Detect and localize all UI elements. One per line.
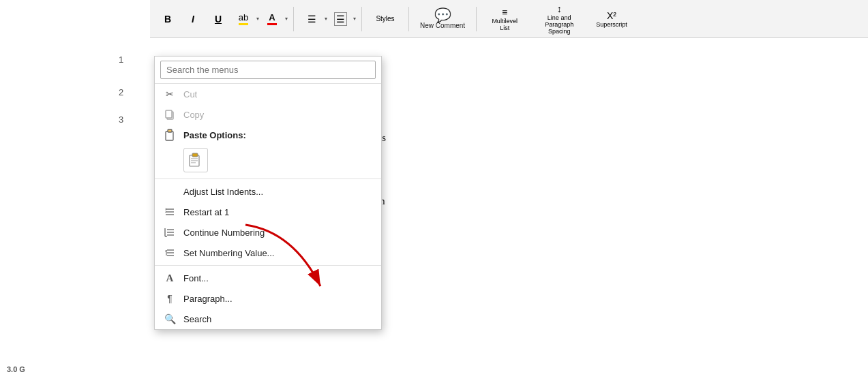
svg-rect-8 xyxy=(191,162,196,164)
font-color-dropdown[interactable]: ▾ xyxy=(285,16,288,22)
copy-menu-item[interactable]: Copy xyxy=(155,104,381,125)
styles-button[interactable]: Styles xyxy=(368,4,403,34)
styles-label: Styles xyxy=(376,15,394,22)
page-number-1: 1 xyxy=(119,55,123,65)
bullets-dropdown[interactable]: ▾ xyxy=(325,16,327,22)
line-spacing-button[interactable]: ↕ Line and Paragraph Spacing xyxy=(530,4,588,34)
highlight-button[interactable]: ab xyxy=(231,4,256,34)
adjust-list-menu-item[interactable]: Adjust List Indents... xyxy=(155,181,381,202)
restart-label: Restart at 1 xyxy=(183,207,373,217)
new-comment-button[interactable]: 💬 New Comment xyxy=(415,7,470,31)
svg-rect-2 xyxy=(166,131,173,140)
paragraph-icon: ¶ xyxy=(163,293,177,304)
highlight-color-bar xyxy=(239,23,248,25)
font-menu-item[interactable]: A Font... xyxy=(155,268,381,288)
multilevel-button[interactable]: ≡ Multilevel List xyxy=(482,4,527,34)
superscript-label: Superscript xyxy=(596,21,627,28)
line-spacing-label: Line and Paragraph Spacing xyxy=(535,14,584,35)
separator-4 xyxy=(476,7,477,31)
search-box-container xyxy=(155,57,381,84)
multilevel-icon: ≡ xyxy=(502,7,507,18)
line-spacing-icon: ↕ xyxy=(557,3,562,14)
new-comment-label: New Comment xyxy=(420,22,465,29)
set-numbering-icon xyxy=(163,247,177,258)
font-color-bar xyxy=(267,23,277,25)
svg-rect-1 xyxy=(166,110,172,118)
context-menu: ✂ Cut Copy Paste Options: xyxy=(154,56,382,330)
superscript-button[interactable]: X² Superscript xyxy=(591,4,632,34)
separator-after-paste xyxy=(155,179,381,179)
adjust-list-label: Adjust List Indents... xyxy=(183,187,373,197)
cut-label: Cut xyxy=(183,89,373,99)
copy-icon xyxy=(163,109,177,120)
restart-menu-item[interactable]: 1 2 Restart at 1 xyxy=(155,202,381,222)
separator-3 xyxy=(408,7,409,31)
font-icon: A xyxy=(163,273,177,284)
paste-icon xyxy=(163,129,177,141)
bold-icon: B xyxy=(164,14,171,24)
formatting-group: B I U ab ▾ A ▾ xyxy=(155,4,288,34)
bullets-button[interactable]: ☰ xyxy=(299,4,324,34)
superscript-icon: X² xyxy=(607,10,616,21)
page-number-2: 2 xyxy=(119,87,123,97)
search-icon: 🔍 xyxy=(163,313,177,324)
continue-numbering-label: Continue Numbering xyxy=(183,228,373,238)
highlight-text-icon: ab xyxy=(239,12,248,22)
multilevel-label: Multilevel List xyxy=(487,18,522,31)
bullets-icon: ☰ xyxy=(308,14,316,25)
list-group: ☰ ▾ ☰ ▾ xyxy=(299,4,356,34)
paste-clipboard-button[interactable] xyxy=(183,148,208,172)
paragraph-menu-item[interactable]: ¶ Paragraph... xyxy=(155,288,381,309)
restart-icon: 1 2 xyxy=(163,206,177,217)
set-numbering-label: Set Numbering Value... xyxy=(183,248,373,258)
paste-icons-section xyxy=(155,145,381,176)
underline-icon: U xyxy=(215,14,222,24)
svg-rect-7 xyxy=(191,160,198,161)
svg-rect-3 xyxy=(168,129,172,132)
separator-2 xyxy=(361,7,362,31)
copy-label: Copy xyxy=(183,110,373,120)
numbering-icon: ☰ xyxy=(334,12,347,26)
paste-options-header: Paste Options: xyxy=(155,125,381,145)
font-color-icon: A xyxy=(269,12,275,22)
italic-button[interactable]: I xyxy=(181,4,205,34)
bold-button[interactable]: B xyxy=(155,4,180,34)
search-menu-input[interactable] xyxy=(160,61,376,79)
search-label: Search xyxy=(183,314,373,324)
highlight-dropdown[interactable]: ▾ xyxy=(256,16,259,22)
set-numbering-menu-item[interactable]: Set Numbering Value... xyxy=(155,243,381,263)
page-label: 3.0 G xyxy=(7,365,25,373)
search-menu-item[interactable]: 🔍 Search xyxy=(155,309,381,329)
continue-numbering-menu-item[interactable]: Continue Numbering xyxy=(155,222,381,243)
font-color-button[interactable]: A xyxy=(260,4,284,34)
separator-before-font xyxy=(155,265,381,266)
font-label: Font... xyxy=(183,273,373,283)
cut-menu-item[interactable]: ✂ Cut xyxy=(155,84,381,104)
separator-1 xyxy=(293,7,294,31)
numbering-dropdown[interactable]: ▾ xyxy=(353,16,356,22)
numbering-button[interactable]: ☰ xyxy=(328,4,353,34)
scissors-icon: ✂ xyxy=(163,89,177,99)
italic-icon: I xyxy=(192,14,194,24)
paste-options-label: Paste Options: xyxy=(183,130,373,140)
underline-button[interactable]: U xyxy=(206,4,230,34)
continue-numbering-icon xyxy=(163,227,177,238)
svg-rect-5 xyxy=(192,153,198,157)
toolbar: B I U ab ▾ A ▾ ☰ ▾ ☰ ▾ Styles xyxy=(150,0,868,38)
left-bar: 1 2 3 3.0 G xyxy=(0,0,123,387)
svg-rect-6 xyxy=(191,158,198,159)
page-number-3: 3 xyxy=(119,114,123,125)
paragraph-label: Paragraph... xyxy=(183,294,373,304)
comment-icon: 💬 xyxy=(434,8,451,22)
